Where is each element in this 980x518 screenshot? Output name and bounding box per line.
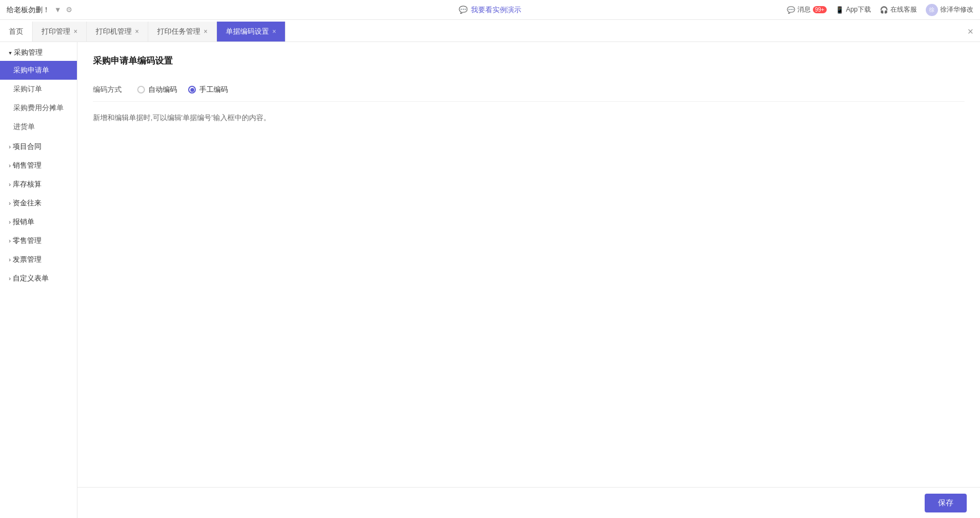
- radio-auto-coding[interactable]: 自动编码: [137, 85, 177, 95]
- chevron-right-icon-fund: ›: [9, 200, 11, 206]
- sidebar-group-sales-label: 销售管理: [13, 160, 42, 170]
- message-item[interactable]: 💬 消息 99: [787, 5, 827, 14]
- sidebar-group-returns-title[interactable]: › 报销单: [0, 211, 77, 230]
- user-label: 徐泽华修改: [940, 5, 973, 14]
- sidebar-item-purchase-request-label: 采购申请单: [13, 66, 49, 74]
- chevron-right-icon-project: ›: [9, 144, 11, 150]
- chevron-right-icon-invoice: ›: [9, 257, 11, 263]
- app-download-item[interactable]: 📱 App下载: [836, 5, 871, 14]
- chevron-right-icon-inventory: ›: [9, 182, 11, 188]
- tab-single-coding-close[interactable]: ×: [272, 28, 276, 35]
- sidebar-group-retail-label: 零售管理: [13, 236, 42, 246]
- radio-manual-circle: [188, 86, 196, 94]
- save-button[interactable]: 保存: [925, 494, 967, 512]
- sidebar-group-sales-title[interactable]: › 销售管理: [0, 155, 77, 174]
- page-title: 采购申请单编码设置: [93, 55, 965, 67]
- top-bar: 给老板勿删！ ▼ ⚙ 💬 我要看实例演示 💬 消息 99 📱 App下载 🎧 在…: [0, 0, 980, 20]
- sidebar-group-returns-label: 报销单: [13, 217, 34, 227]
- radio-manual-label: 手工编码: [199, 85, 228, 95]
- sidebar-group-purchase-label: 采购管理: [14, 48, 43, 58]
- coding-method-row: 编码方式 自动编码 手工编码: [93, 78, 965, 102]
- sidebar-group-custom-label: 自定义表单: [13, 273, 49, 283]
- sidebar-item-stock-in[interactable]: 进货单: [0, 117, 77, 136]
- chevron-right-icon-retail: ›: [9, 238, 11, 244]
- tab-print-mgmt-label: 打印管理: [42, 27, 70, 37]
- chevron-right-icon-custom: ›: [9, 276, 11, 282]
- chevron-right-icon-returns: ›: [9, 219, 11, 225]
- tab-printer-mgmt-close[interactable]: ×: [135, 28, 139, 35]
- sidebar-group-project-title[interactable]: › 项目合同: [0, 136, 77, 155]
- message-icon: 💬: [787, 6, 795, 14]
- sidebar-group-invoice: › 发票管理: [0, 249, 77, 268]
- sidebar-group-purchase: ▾ 采购管理 采购申请单 采购订单 采购费用分摊单 进货单: [0, 42, 77, 136]
- top-bar-title: 给老板勿删！: [7, 5, 50, 15]
- user-item[interactable]: 徐 徐泽华修改: [926, 4, 973, 16]
- sidebar-group-retail-title[interactable]: › 零售管理: [0, 230, 77, 249]
- tab-single-coding-label: 单据编码设置: [226, 27, 269, 37]
- radio-manual-coding[interactable]: 手工编码: [188, 85, 228, 95]
- sidebar-item-purchase-expense-label: 采购费用分摊单: [13, 103, 64, 112]
- sidebar-item-stock-in-label: 进货单: [13, 122, 35, 131]
- footer: 保存: [77, 487, 980, 518]
- user-avatar: 徐: [926, 4, 938, 16]
- chevron-down-icon: ▾: [9, 50, 12, 56]
- radio-group-coding: 自动编码 手工编码: [137, 85, 228, 95]
- tab-home[interactable]: 首页: [0, 22, 33, 42]
- radio-auto-circle: [137, 86, 145, 94]
- sidebar-group-project-label: 项目合同: [13, 142, 42, 152]
- hint-text: 新增和编辑单据时,可以编辑'单据编号'输入框中的内容。: [93, 113, 965, 123]
- sidebar-item-purchase-order[interactable]: 采购订单: [0, 80, 77, 99]
- tab-single-coding[interactable]: 单据编码设置 ×: [217, 22, 286, 42]
- sidebar-group-invoice-title[interactable]: › 发票管理: [0, 249, 77, 268]
- top-bar-left: 给老板勿删！ ▼ ⚙: [7, 5, 72, 15]
- radio-auto-label: 自动编码: [148, 85, 177, 95]
- demo-text[interactable]: 我要看实例演示: [471, 5, 521, 15]
- tab-print-task-mgmt-label: 打印任务管理: [157, 27, 200, 37]
- layout: ▾ 采购管理 采购申请单 采购订单 采购费用分摊单 进货单 › 项目合同: [0, 42, 980, 518]
- tab-print-task-mgmt[interactable]: 打印任务管理 ×: [148, 22, 217, 42]
- tab-print-mgmt[interactable]: 打印管理 ×: [33, 22, 87, 42]
- app-icon: 📱: [836, 6, 844, 14]
- main-content: 采购申请单编码设置 编码方式 自动编码 手工编码 新增和编辑单据时,可以编辑'单…: [77, 42, 980, 518]
- top-bar-right: 💬 消息 99 📱 App下载 🎧 在线客服 徐 徐泽华修改: [787, 4, 973, 16]
- tab-bar: 首页 打印管理 × 打印机管理 × 打印任务管理 × 单据编码设置 × ×: [0, 20, 980, 42]
- tab-print-mgmt-close[interactable]: ×: [74, 28, 77, 35]
- sidebar-group-invoice-label: 发票管理: [13, 255, 42, 265]
- tab-close-all[interactable]: ×: [961, 22, 980, 42]
- support-label: 在线客服: [890, 5, 917, 14]
- sidebar-item-purchase-expense[interactable]: 采购费用分摊单: [0, 99, 77, 117]
- content-area: 采购申请单编码设置 编码方式 自动编码 手工编码 新增和编辑单据时,可以编辑'单…: [77, 42, 980, 487]
- tab-print-task-mgmt-close[interactable]: ×: [204, 28, 208, 35]
- sidebar-group-inventory-label: 库存核算: [13, 179, 42, 189]
- sidebar-group-custom: › 自定义表单: [0, 268, 77, 287]
- tab-home-label: 首页: [9, 27, 23, 37]
- sidebar-group-custom-title[interactable]: › 自定义表单: [0, 268, 77, 287]
- top-bar-center: 💬 我要看实例演示: [459, 5, 521, 15]
- sidebar: ▾ 采购管理 采购申请单 采购订单 采购费用分摊单 进货单 › 项目合同: [0, 42, 77, 518]
- sidebar-group-returns: › 报销单: [0, 211, 77, 230]
- sidebar-group-fund-label: 资金往来: [13, 198, 42, 208]
- sidebar-group-retail: › 零售管理: [0, 230, 77, 249]
- settings-icon[interactable]: ⚙: [66, 6, 72, 14]
- support-icon: 🎧: [880, 6, 888, 14]
- message-label: 消息: [797, 5, 811, 14]
- sidebar-item-purchase-order-label: 采购订单: [13, 85, 42, 93]
- sidebar-group-inventory: › 库存核算: [0, 174, 77, 193]
- sidebar-group-fund: › 资金往来: [0, 193, 77, 211]
- sidebar-group-sales: › 销售管理: [0, 155, 77, 174]
- tab-printer-mgmt-label: 打印机管理: [96, 27, 132, 37]
- sidebar-group-inventory-title[interactable]: › 库存核算: [0, 174, 77, 193]
- sidebar-group-purchase-title[interactable]: ▾ 采购管理: [0, 42, 77, 61]
- coding-method-label: 编码方式: [93, 85, 137, 95]
- message-badge: 99: [813, 6, 827, 13]
- chat-bubble-icon: 💬: [459, 6, 468, 14]
- app-label: App下载: [846, 5, 871, 14]
- sidebar-group-project: › 项目合同: [0, 136, 77, 155]
- sidebar-group-fund-title[interactable]: › 资金往来: [0, 193, 77, 211]
- dropdown-icon[interactable]: ▼: [54, 6, 61, 14]
- online-support-item[interactable]: 🎧 在线客服: [880, 5, 917, 14]
- chevron-right-icon-sales: ›: [9, 163, 11, 169]
- tab-printer-mgmt[interactable]: 打印机管理 ×: [87, 22, 148, 42]
- sidebar-item-purchase-request[interactable]: 采购申请单: [0, 61, 77, 80]
